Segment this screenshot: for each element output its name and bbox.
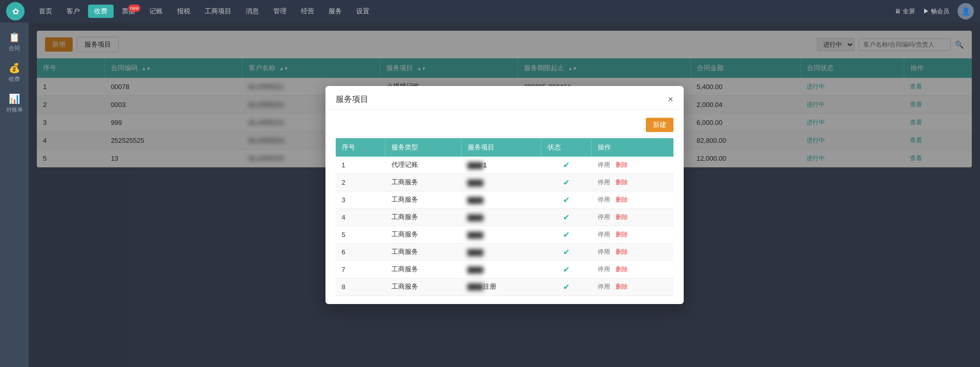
disable-button[interactable]: 停用	[598, 196, 610, 203]
user-avatar[interactable]: 👤	[957, 3, 974, 19]
modal-cell-status: ✔	[541, 191, 592, 208]
modal-cell-project: ████	[461, 208, 541, 226]
status-check-icon: ✔	[563, 265, 570, 274]
sidebar-icon: 💰	[9, 62, 20, 74]
modal-cell-project: ████	[461, 243, 541, 261]
modal-cell-index: 3	[336, 191, 385, 208]
modal-cell-type: 工商服务	[385, 226, 461, 243]
modal-cell-type: 工商服务	[385, 191, 461, 208]
nav-item-工商项目[interactable]: 工商项目	[199, 5, 237, 18]
modal-table-body: 1 代理记账 ████1 ✔ 停用 删除 2 工商服务 ████ ✔ 停用 删除…	[336, 157, 673, 296]
modal-cell-index: 1	[336, 157, 385, 174]
sidebar-item-收费[interactable]: 💰收费	[0, 57, 29, 88]
modal-new-button[interactable]: 新建	[646, 118, 673, 132]
modal-table-row: 7 工商服务 ████ ✔ 停用 删除	[336, 261, 673, 278]
nav-item-收费[interactable]: 收费	[88, 5, 114, 18]
modal-cell-status: ✔	[541, 226, 592, 243]
delete-button[interactable]: 删除	[616, 231, 628, 238]
sidebar-icon: 📋	[9, 32, 20, 43]
nav-item-记账[interactable]: 记账	[143, 5, 169, 18]
modal-cell-status: ✔	[541, 243, 592, 261]
modal-cell-project: ████注册	[461, 278, 541, 295]
nav-item-设置[interactable]: 设置	[350, 5, 376, 18]
delete-button[interactable]: 删除	[616, 266, 628, 273]
modal-cell-type: 工商服务	[385, 208, 461, 226]
nav-item-票据[interactable]: 票据new	[116, 5, 141, 18]
delete-button[interactable]: 删除	[616, 213, 628, 221]
modal-cell-status: ✔	[541, 174, 592, 191]
nav-item-客户[interactable]: 客户	[60, 5, 86, 18]
modal-col-index: 序号	[336, 138, 385, 157]
modal-cell-project: ████1	[461, 157, 541, 174]
status-check-icon: ✔	[563, 196, 570, 204]
status-check-icon: ✔	[563, 161, 570, 169]
service-items-modal: 服务项目 × 新建 序号 服务类型 服务项目 状态 操作	[325, 86, 684, 304]
modal-table-row: 8 工商服务 ████注册 ✔ 停用 删除	[336, 278, 673, 295]
modal-cell-action: 停用 删除	[592, 261, 673, 278]
modal-cell-index: 5	[336, 226, 385, 243]
delete-button[interactable]: 删除	[616, 283, 628, 290]
modal-cell-status: ✔	[541, 278, 592, 295]
modal-table-row: 4 工商服务 ████ ✔ 停用 删除	[336, 208, 673, 226]
modal-cell-action: 停用 删除	[592, 157, 673, 174]
modal-title: 服务项目	[336, 94, 368, 105]
disable-button[interactable]: 停用	[598, 231, 610, 238]
modal-col-status: 状态	[541, 138, 592, 157]
modal-table-wrap[interactable]: 序号 服务类型 服务项目 状态 操作 1 代理记账 ████1 ✔ 停用 删除	[336, 138, 673, 296]
delete-button[interactable]: 删除	[616, 179, 628, 186]
modal-cell-status: ✔	[541, 208, 592, 226]
nav-item-经营[interactable]: 经营	[295, 5, 320, 18]
modal-cell-project: ████	[461, 174, 541, 191]
sidebar-label: 对账单	[6, 106, 23, 114]
status-check-icon: ✔	[563, 213, 570, 222]
modal-cell-action: 停用 删除	[592, 278, 673, 295]
modal-cell-type: 工商服务	[385, 174, 461, 191]
modal-table-row: 3 工商服务 ████ ✔ 停用 删除	[336, 191, 673, 208]
delete-button[interactable]: 删除	[616, 196, 628, 203]
sidebar-label: 收费	[9, 75, 20, 83]
nav-item-报税[interactable]: 报税	[171, 5, 197, 18]
modal-header: 服务项目 ×	[325, 86, 684, 110]
modal-close-button[interactable]: ×	[668, 94, 673, 105]
sidebar-item-合同[interactable]: 📋合同	[0, 27, 29, 57]
modal-cell-type: 工商服务	[385, 261, 461, 278]
status-check-icon: ✔	[563, 178, 570, 187]
modal-table-row: 2 工商服务 ████ ✔ 停用 删除	[336, 174, 673, 191]
disable-button[interactable]: 停用	[598, 248, 610, 255]
sidebar-item-对账单[interactable]: 📊对账单	[0, 88, 29, 119]
disable-button[interactable]: 停用	[598, 179, 610, 186]
nav-item-消息[interactable]: 消息	[239, 5, 265, 18]
disable-button[interactable]: 停用	[598, 161, 610, 168]
nav-items: 首页客户收费票据new记账报税工商项目消息管理经营服务设置	[33, 5, 895, 18]
modal-cell-index: 7	[336, 261, 385, 278]
modal-service-table: 序号 服务类型 服务项目 状态 操作 1 代理记账 ████1 ✔ 停用 删除	[336, 138, 673, 296]
status-check-icon: ✔	[563, 230, 570, 239]
disable-button[interactable]: 停用	[598, 266, 610, 273]
disable-button[interactable]: 停用	[598, 213, 610, 221]
modal-toolbar: 新建	[336, 118, 673, 132]
modal-table-row: 5 工商服务 ████ ✔ 停用 删除	[336, 226, 673, 243]
modal-table-row: 6 工商服务 ████ ✔ 停用 删除	[336, 243, 673, 261]
member-btn[interactable]: ▶ 畅会员	[923, 7, 949, 16]
nav-item-首页[interactable]: 首页	[33, 5, 58, 18]
modal-col-action: 操作	[592, 138, 673, 157]
modal-cell-index: 6	[336, 243, 385, 261]
modal-cell-status: ✔	[541, 157, 592, 174]
modal-col-project: 服务项目	[461, 138, 541, 157]
nav-item-服务[interactable]: 服务	[322, 5, 348, 18]
sidebar-icon: 📊	[9, 93, 20, 104]
fullscreen-btn[interactable]: 🖥 全屏	[895, 7, 914, 16]
delete-button[interactable]: 删除	[616, 248, 628, 255]
modal-col-type: 服务类型	[385, 138, 461, 157]
modal-cell-action: 停用 删除	[592, 243, 673, 261]
modal-overlay: 服务项目 × 新建 序号 服务类型 服务项目 状态 操作	[29, 23, 980, 367]
right-tools: 🖥 全屏 ▶ 畅会员 👤	[895, 3, 974, 19]
modal-cell-action: 停用 删除	[592, 174, 673, 191]
disable-button[interactable]: 停用	[598, 283, 610, 290]
sidebar-label: 合同	[9, 45, 20, 52]
delete-button[interactable]: 删除	[616, 161, 628, 168]
modal-cell-action: 停用 删除	[592, 226, 673, 243]
nav-item-管理[interactable]: 管理	[267, 5, 293, 18]
modal-cell-status: ✔	[541, 261, 592, 278]
left-sidebar: 📋合同💰收费📊对账单	[0, 23, 29, 367]
